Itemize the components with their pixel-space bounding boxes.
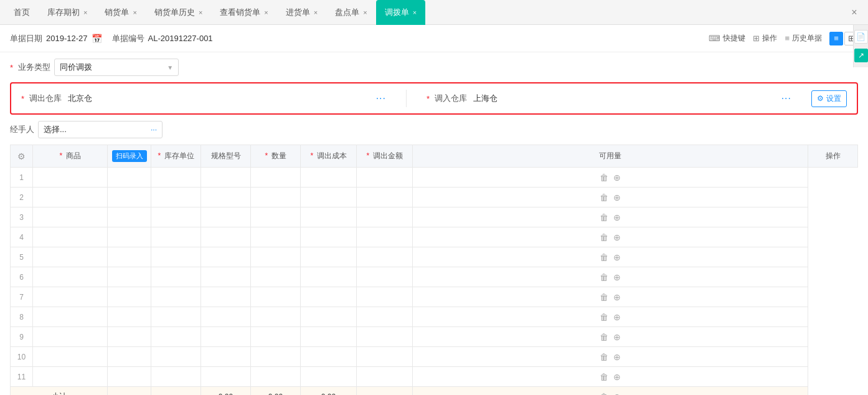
row-1-cost[interactable] <box>251 168 301 188</box>
row-1-quantity[interactable] <box>201 168 251 188</box>
number-field: 单据编号 AL-20191227-001 <box>112 33 213 44</box>
table-row: 8 🗑⊕ <box>11 307 858 327</box>
delete-row-6-icon[interactable]: 🗑 <box>600 272 608 282</box>
scan-button[interactable]: 扫码录入 <box>112 150 147 162</box>
row-2-cost[interactable] <box>251 188 301 207</box>
close-tab-purchase-order[interactable]: × <box>314 9 318 16</box>
business-type-label: 业务类型 <box>18 62 50 73</box>
subtotal-copy-icon[interactable]: ⊕ <box>613 392 621 396</box>
table-body: 1 🗑 ⊕ 2 <box>11 168 858 396</box>
row-3-spec[interactable] <box>151 207 201 227</box>
tab-purchase-order[interactable]: 进货单 × <box>277 0 326 25</box>
handler-field: 经手人 选择... ··· <box>10 121 163 138</box>
warehouse-highlight-box: * 调出仓库 北京仓 ··· * 调入仓库 上海仓 ··· ⚙ 设置 <box>10 82 858 115</box>
shortcuts-button[interactable]: ⌨ 快捷键 <box>709 33 745 44</box>
copy-row-7-icon[interactable]: ⊕ <box>613 292 621 302</box>
table-row: 3 🗑 ⊕ <box>11 207 858 227</box>
delete-row-4-icon[interactable]: 🗑 <box>600 232 608 242</box>
warehouse-out-more-button[interactable]: ··· <box>376 93 386 104</box>
close-tab-transfer[interactable]: × <box>413 9 417 16</box>
shortcuts-icon: ⌨ <box>709 34 720 43</box>
row-3-cost[interactable] <box>251 207 301 227</box>
copy-row-3-icon[interactable]: ⊕ <box>613 212 621 222</box>
table-row: 5 🗑⊕ <box>11 247 858 267</box>
delete-row-10-icon[interactable]: 🗑 <box>600 352 608 362</box>
row-2-operation: 🗑 ⊕ <box>413 188 808 207</box>
row-1-spec[interactable] <box>151 168 201 188</box>
delete-row-3-icon[interactable]: 🗑 <box>600 212 608 222</box>
tab-inventory-init[interactable]: 库存期初 × <box>39 0 96 25</box>
row-2-product[interactable] <box>33 188 108 207</box>
row-1-unit[interactable] <box>108 168 151 188</box>
row-3-amount[interactable] <box>301 207 357 227</box>
row-3-unit[interactable] <box>108 207 151 227</box>
copy-row-10-icon[interactable]: ⊕ <box>613 352 621 362</box>
row-1-operation: 🗑 ⊕ <box>413 168 808 188</box>
delete-row-7-icon[interactable]: 🗑 <box>600 292 608 302</box>
tab-stocktake[interactable]: 盘点单 × <box>326 0 375 25</box>
copy-row-5-icon[interactable]: ⊕ <box>613 252 621 262</box>
warehouse-in-more-button[interactable]: ··· <box>781 93 791 104</box>
right-panel-doc-button[interactable]: 📄 <box>854 30 868 44</box>
tab-sales-order[interactable]: 销货单 × <box>96 0 145 25</box>
settings-button[interactable]: ⚙ 设置 <box>811 90 847 107</box>
close-window-button[interactable]: × <box>846 4 863 21</box>
right-panel-export-button[interactable]: ↗ <box>854 49 868 62</box>
row-2-spec[interactable] <box>151 188 201 207</box>
copy-row-8-icon[interactable]: ⊕ <box>613 312 621 322</box>
copy-row-6-icon[interactable]: ⊕ <box>613 272 621 282</box>
history-button[interactable]: ≡ 历史单据 <box>785 33 822 44</box>
delete-row-11-icon[interactable]: 🗑 <box>600 372 608 382</box>
row-3-operation: 🗑 ⊕ <box>413 207 808 227</box>
toolbar-right: ⌨ 快捷键 ⊞ 操作 ≡ 历史单据 ≡ ⊞ <box>709 32 858 45</box>
business-type-input[interactable]: 同价调拨 ▼ <box>54 59 179 76</box>
handler-more-icon[interactable]: ··· <box>151 125 157 134</box>
copy-row-2-icon[interactable]: ⊕ <box>613 193 621 202</box>
row-3-product[interactable] <box>33 207 108 227</box>
close-tab-inventory-init[interactable]: × <box>83 9 87 16</box>
warehouse-in-value: 上海仓 <box>473 93 498 104</box>
row-1-available[interactable] <box>357 168 413 188</box>
close-tab-sales-history[interactable]: × <box>199 9 202 16</box>
row-1-amount[interactable] <box>301 168 357 188</box>
delete-row-5-icon[interactable]: 🗑 <box>600 252 608 262</box>
copy-row-9-icon[interactable]: ⊕ <box>613 332 621 342</box>
calendar-icon[interactable]: 📅 <box>92 34 102 44</box>
right-panel: 📄 ↗ <box>853 25 868 67</box>
delete-row-2-icon[interactable]: 🗑 <box>600 193 608 202</box>
row-3-quantity[interactable] <box>201 207 251 227</box>
main-content: * 业务类型 同价调拨 ▼ * 调出仓库 北京仓 ··· * 调入仓库 上海仓 … <box>0 52 868 395</box>
form-row-handler: 经手人 选择... ··· <box>10 121 858 138</box>
tab-home[interactable]: 首页 <box>5 0 39 25</box>
tab-sales-history[interactable]: 销货单历史 × <box>146 0 211 25</box>
close-tab-view-sales[interactable]: × <box>264 9 268 16</box>
row-num-7: 7 <box>11 287 33 307</box>
copy-row-4-icon[interactable]: ⊕ <box>613 232 621 242</box>
col-scan: 扫码录入 <box>108 145 151 168</box>
row-2-amount[interactable] <box>301 188 357 207</box>
table-gear-icon[interactable]: ⚙ <box>17 151 26 161</box>
delete-row-9-icon[interactable]: 🗑 <box>600 332 608 342</box>
row-2-quantity[interactable] <box>201 188 251 207</box>
row-1-product[interactable] <box>33 168 108 188</box>
list-view-icon[interactable]: ≡ <box>829 32 843 45</box>
tab-view-sales[interactable]: 查看销货单 × <box>211 0 276 25</box>
operations-button[interactable]: ⊞ 操作 <box>753 33 777 44</box>
table-row: 10 🗑⊕ <box>11 347 858 367</box>
subtotal-delete-icon[interactable]: 🗑 <box>600 392 608 396</box>
copy-row-11-icon[interactable]: ⊕ <box>613 372 621 382</box>
row-2-available[interactable] <box>357 188 413 207</box>
delete-row-1-icon[interactable]: 🗑 <box>600 173 608 183</box>
row-3-available[interactable] <box>357 207 413 227</box>
col-operation: 操作 <box>808 145 858 168</box>
header-row: ⚙ * 商品 扫码录入 * 库存单位 规格型号 <box>11 145 858 168</box>
row-num-5: 5 <box>11 247 33 267</box>
tab-transfer[interactable]: 调拨单 × <box>376 0 425 25</box>
close-tab-sales-order[interactable]: × <box>133 9 136 16</box>
row-2-unit[interactable] <box>108 188 151 207</box>
copy-row-1-icon[interactable]: ⊕ <box>613 173 621 183</box>
warehouse-divider <box>406 90 407 107</box>
close-tab-stocktake[interactable]: × <box>363 9 367 16</box>
delete-row-8-icon[interactable]: 🗑 <box>600 312 608 322</box>
handler-input[interactable]: 选择... ··· <box>38 121 163 138</box>
